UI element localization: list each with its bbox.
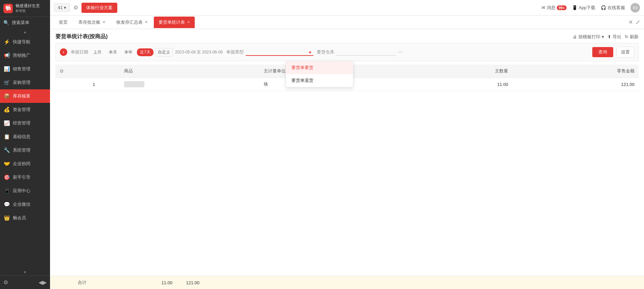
refresh-btn[interactable]: ↻ 刷新 <box>625 34 639 40</box>
basic-info-icon: 📋 <box>3 133 10 140</box>
system-icon: 🔧 <box>3 147 10 154</box>
header-gear-icon[interactable]: ⚙ <box>73 4 78 11</box>
row-quantity: 11.00 <box>407 78 512 91</box>
refresh-icon: ↻ <box>625 34 628 39</box>
filter-expand-btn[interactable]: › <box>60 48 67 56</box>
filter-date-btns: 上月 本月 本年 近7天 自定义 <box>90 48 173 57</box>
main-content: 41 ▾ ⚙ 体验行业方案 ✉ 消息 99+ 📱 App下载 🎧 在线客服 Ri… <box>50 0 644 289</box>
sidebar-item-basic-info[interactable]: 📋 基础信息 <box>0 130 50 143</box>
filter-type-selector[interactable]: ▲ <box>246 49 313 56</box>
store-selector[interactable]: 41 ▾ <box>54 3 70 12</box>
product-cell <box>124 81 256 87</box>
filter-recent7-btn[interactable]: 近7天 <box>137 48 153 56</box>
tab-receive-summary-close[interactable]: ✕ <box>145 20 148 24</box>
filter-type-label: 单据类型 <box>226 49 244 55</box>
filter-prev-month-btn[interactable]: 上月 <box>90 48 104 57</box>
tab-home[interactable]: 首页 <box>54 17 72 28</box>
sidebar-item-label: 企业微信 <box>13 201 47 207</box>
sidebar-scroll-down[interactable]: ▼ <box>0 269 50 275</box>
sidebar-item-label: 畅会员 <box>13 215 47 221</box>
online-service-label: 在线客服 <box>607 5 625 11</box>
sidebar-item-wechat[interactable]: 💬 企业微信 <box>0 198 50 211</box>
row-settings-cell <box>55 78 68 91</box>
th-product: 商品 <box>120 65 260 78</box>
filter-custom-btn[interactable]: 自定义 <box>155 48 173 57</box>
tab-inventory-batch-close[interactable]: ✕ <box>102 20 105 24</box>
filter-more-btn[interactable]: ··· <box>398 49 402 55</box>
page-title: 要货单统计表(按商品) <box>55 33 108 40</box>
settings-icon[interactable]: ⚙ <box>3 279 8 286</box>
row-product <box>120 78 260 91</box>
collapse-icon[interactable]: ◀▶ <box>39 279 47 286</box>
store-dropdown-icon: ▾ <box>64 5 66 10</box>
sidebar-item-guide[interactable]: 🎯 新手引导 <box>0 171 50 184</box>
total-amount: 121.00 <box>172 280 199 285</box>
filter-this-month-btn[interactable]: 本月 <box>106 48 120 57</box>
online-service-item[interactable]: 🎧 在线客服 <box>601 5 625 11</box>
total-label: 合计 <box>78 280 98 286</box>
app-download-item[interactable]: 📱 App下载 <box>572 5 595 11</box>
tab-home-label: 首页 <box>59 19 68 25</box>
sidebar-search[interactable]: 🔍 搜索菜单 <box>0 17 50 28</box>
tab-inventory-batch[interactable]: 库存批次账 ✕ <box>74 17 110 28</box>
cooperation-icon: 🤝 <box>3 160 10 167</box>
export-btn[interactable]: ⬆ 导出 <box>607 34 621 40</box>
trial-button[interactable]: 体验行业方案 <box>81 3 117 13</box>
product-placeholder <box>124 81 144 87</box>
filter-warehouse-selector[interactable] <box>336 49 396 55</box>
tab-close-all-icon[interactable]: ✕ <box>628 19 633 25</box>
message-icon: ✉ <box>542 5 545 10</box>
filter-query-btn[interactable]: 查询 <box>592 47 613 57</box>
filter-type-input[interactable] <box>247 49 307 54</box>
search-label: 搜索菜单 <box>12 20 29 26</box>
sidebar-item-cooperation[interactable]: 🤝 企业协同 <box>0 157 50 171</box>
page-content: 要货单统计表(按商品) 🖨 按模板打印 ▾ ⬆ 导出 ↻ 刷新 › <box>50 29 644 289</box>
tab-receive-summary[interactable]: 收发存汇总表 ✕ <box>112 17 152 28</box>
dropdown-item-order-goods[interactable]: 要货单要货 <box>286 61 353 74</box>
sidebar-item-label: 采购管理 <box>13 80 47 86</box>
inventory-icon: 📦 <box>3 93 10 99</box>
sidebar-item-label: 营销推广 <box>13 52 47 59</box>
th-amount: 零售金额 <box>512 65 639 78</box>
message-label: 消息 <box>547 5 555 11</box>
tab-order-summary-close[interactable]: ✕ <box>187 20 190 24</box>
sidebar-item-app-center[interactable]: 📱 应用中心 <box>0 184 50 198</box>
filter-warehouse-input[interactable] <box>338 49 395 54</box>
sidebar: 畅 畅捷通好生意 标准版 🔍 搜索菜单 ▲ ⚡ 快捷导航 📢 营销推广 📊 销售… <box>0 0 50 289</box>
sidebar-item-label: 应用中心 <box>13 188 47 194</box>
sidebar-item-sales[interactable]: 📊 销售管理 <box>0 62 50 76</box>
sidebar-item-operations[interactable]: 📈 经营管理 <box>0 116 50 130</box>
sidebar-item-purchase[interactable]: 🛒 采购管理 <box>0 76 50 89</box>
filter-this-year-btn[interactable]: 本年 <box>121 48 136 57</box>
row-index: 1 <box>68 78 120 91</box>
user-avatar[interactable]: Rit <box>630 3 640 13</box>
sidebar-item-label: 库存核算 <box>13 93 47 99</box>
sidebar-item-marketing[interactable]: 📢 营销推广 <box>0 49 50 62</box>
tab-order-summary[interactable]: 要货单统计表 ✕ <box>154 17 195 28</box>
type-dropdown: 要货单要货 要货单退货 <box>286 61 353 87</box>
column-settings-icon[interactable]: ⚙ <box>59 68 64 74</box>
sidebar-item-label: 快捷导航 <box>13 39 47 45</box>
sidebar-item-inventory[interactable]: 📦 库存核算 <box>0 89 50 103</box>
page-header-actions: 🖨 按模板打印 ▾ ⬆ 导出 ↻ 刷新 <box>573 34 639 40</box>
purchase-icon: 🛒 <box>3 79 10 86</box>
sidebar-item-system[interactable]: 🔧 系统管理 <box>0 143 50 157</box>
app-center-icon: 📱 <box>3 187 10 194</box>
filter-warehouse-label: 要货仓库 <box>317 49 334 55</box>
guide-icon: 🎯 <box>3 174 10 181</box>
message-item[interactable]: ✉ 消息 99+ <box>542 5 567 11</box>
dropdown-item-order-return[interactable]: 要货单退货 <box>286 74 353 87</box>
sidebar-item-finance[interactable]: 💰 资金管理 <box>0 103 50 116</box>
tab-receive-summary-label: 收发存汇总表 <box>116 19 143 25</box>
filter-settings-btn[interactable]: 设置 <box>617 47 634 58</box>
sidebar-scroll-up[interactable]: ▲ <box>0 28 50 35</box>
export-label: 导出 <box>613 34 621 40</box>
sidebar-item-label: 销售管理 <box>13 66 47 72</box>
print-template-btn[interactable]: 🖨 按模板打印 ▾ <box>573 34 604 40</box>
sidebar-item-member[interactable]: 👑 畅会员 <box>0 211 50 225</box>
sidebar-item-quick-nav[interactable]: ⚡ 快捷导航 <box>0 35 50 49</box>
app-version: 标准版 <box>16 8 40 13</box>
row-amount: 121.00 <box>512 78 639 91</box>
tab-maximize-icon[interactable]: ⤢ <box>636 19 640 25</box>
total-bar: 合计 11.00 121.00 <box>50 276 644 289</box>
